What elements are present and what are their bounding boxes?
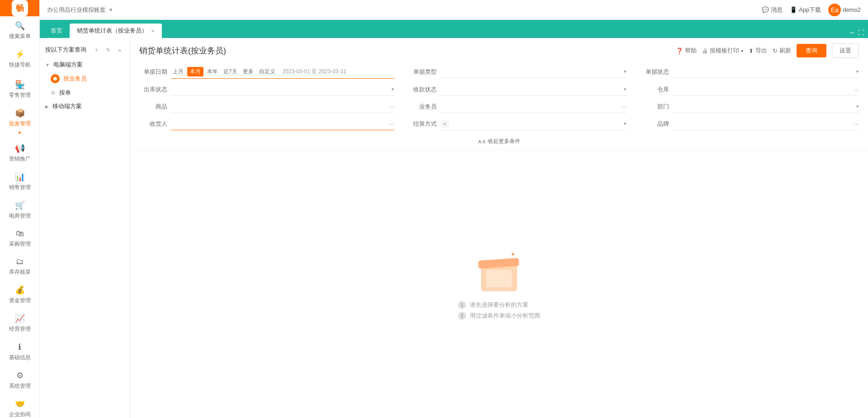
- date-tab-7days[interactable]: 近7天: [222, 67, 239, 76]
- template-print-action[interactable]: 🖨 按模板打印 ▾: [702, 47, 743, 55]
- tab-sales-stat[interactable]: 销货单统计表（按业务员） ✕: [70, 24, 162, 38]
- tab-expand-icon[interactable]: ⛶: [858, 29, 864, 36]
- hint-num-2: 2: [458, 312, 466, 320]
- settle-tag-close[interactable]: ×: [443, 121, 446, 127]
- tab-close-icon[interactable]: ✕: [151, 28, 155, 33]
- print-icon: 🖨: [702, 48, 708, 54]
- sidebar-item-quick-nav[interactable]: ⚡ 快捷导航: [0, 45, 40, 73]
- sidebar-item-ecommerce[interactable]: 🛒 电商管理: [0, 196, 40, 224]
- consignee-control[interactable]: ···: [171, 118, 394, 130]
- page-header: 销货单统计表(按业务员) ❓ 帮助 🖨 按模板打印 ▾ ⬆ 导出: [130, 38, 868, 62]
- date-tab-more[interactable]: 更多: [241, 67, 255, 76]
- date-tab-this-month[interactable]: 本月: [187, 67, 203, 76]
- query-button[interactable]: 查询: [797, 44, 826, 57]
- recv-status-control[interactable]: ▾: [440, 83, 627, 96]
- tree-item-desktop[interactable]: ▼ 电脑端方案: [40, 58, 130, 71]
- out-status-label: 出库状态: [139, 86, 171, 94]
- doc-type-control[interactable]: ▾: [440, 66, 627, 78]
- export-action[interactable]: ⬆ 导出: [749, 47, 767, 55]
- warehouse-control[interactable]: ···: [673, 83, 859, 96]
- sidebar-item-system[interactable]: ⚙ 系统管理: [0, 366, 40, 394]
- out-status-control[interactable]: ▾: [171, 83, 394, 96]
- sidebar-item-label: 搜索菜单: [9, 33, 31, 40]
- help-action[interactable]: ❓ 帮助: [676, 47, 697, 55]
- search-icon: 🔍: [15, 21, 25, 31]
- salesman-dots-icon[interactable]: ···: [621, 103, 627, 110]
- sidebar-item-inventory[interactable]: 🗂 库存核算: [0, 252, 40, 280]
- sidebar-item-label: 经营管理: [9, 325, 31, 333]
- ecommerce-icon: 🛒: [15, 200, 25, 210]
- empty-hint-2: 2 用过滤条件来缩小分析范围: [458, 312, 540, 320]
- avatar: Ea: [828, 4, 841, 16]
- date-tab-this-year[interactable]: 本年: [205, 67, 220, 76]
- dept-control[interactable]: ▾: [673, 100, 859, 113]
- sidebar-item-label: 采购管理: [9, 240, 31, 248]
- tree-item-label: 按单: [59, 89, 71, 97]
- date-tab-last-month[interactable]: 上月: [171, 67, 185, 76]
- main-area: 办公用品行业模拟账套 ▾ 💬 消息 📱 App下载 Ea demo2 首页: [40, 0, 868, 418]
- tree-collapsed-icon: ▶: [45, 104, 49, 109]
- sidebar-item-wholesale[interactable]: 📦 批发管理 ▲: [0, 104, 40, 139]
- tree-expand-icon: ▼: [45, 62, 50, 67]
- tab-minimize-icon[interactable]: ─: [850, 29, 854, 36]
- hint-text-2: 用过滤条件来缩小分析范围: [470, 312, 540, 320]
- collapse-up-icon: ∧∧: [478, 138, 486, 145]
- svg-point-0: [53, 77, 57, 81]
- sidebar-item-label: 批发管理: [9, 120, 31, 128]
- app-download-action[interactable]: 📱 App下载: [790, 6, 821, 14]
- refresh-action[interactable]: ↻ 刷新: [773, 47, 791, 55]
- sidebar-item-finance[interactable]: 💰 资金管理: [0, 280, 40, 309]
- setting-button[interactable]: 设置: [832, 43, 859, 58]
- sidebar-item-base-info[interactable]: ℹ 基础信息: [0, 337, 40, 366]
- product-control[interactable]: ···: [171, 100, 394, 113]
- breadcrumb-dropdown-icon[interactable]: ▾: [109, 6, 113, 13]
- panel-collapse-btn[interactable]: «: [115, 45, 124, 54]
- tabbar: 首页 销货单统计表（按业务员） ✕ ─ ⛶: [40, 20, 868, 38]
- panel-header-actions: ＋ ✎ «: [92, 45, 124, 54]
- settle-method-control[interactable]: × ▾: [440, 118, 627, 130]
- help-label: 帮助: [685, 47, 697, 55]
- tree-item-mobile[interactable]: ▶ 移动端方案: [40, 100, 130, 113]
- tree-item-label: 移动端方案: [52, 102, 82, 110]
- edit-icon: ✎: [106, 47, 111, 53]
- tree-item-by-order[interactable]: ⚙ 按单: [40, 86, 130, 100]
- tree-item-by-salesman[interactable]: 按业务员: [40, 71, 130, 86]
- collapse-icon: «: [118, 47, 121, 53]
- hint-num-1: 1: [458, 301, 466, 309]
- warehouse-label: 仓库: [641, 86, 673, 94]
- brand-dots-icon[interactable]: ···: [854, 120, 859, 128]
- sidebar-item-operations[interactable]: 📈 经营管理: [0, 309, 40, 337]
- doc-status-control[interactable]: ▾: [673, 66, 859, 78]
- message-action[interactable]: 💬 消息: [762, 6, 783, 14]
- salesman-control[interactable]: ···: [440, 100, 627, 113]
- filter-row-4: 收货人 ··· 结算方式 × ▾ 品牌 ···: [139, 118, 859, 130]
- sidebar-item-purchase[interactable]: 🛍 采购管理: [0, 224, 40, 252]
- sidebar-item-sales[interactable]: 📊 销售管理: [0, 167, 40, 196]
- retail-icon: 🏪: [15, 80, 25, 90]
- user-profile-action[interactable]: Ea demo2: [828, 4, 861, 16]
- tab-home[interactable]: 首页: [43, 24, 70, 38]
- help-icon: ❓: [676, 48, 683, 54]
- wholesale-icon: 📦: [15, 108, 25, 118]
- filter-row-2: 出库状态 ▾ 收款状态 ▾ 仓库 ···: [139, 83, 859, 96]
- product-dots-icon[interactable]: ···: [389, 103, 395, 110]
- date-label: 单据日期: [139, 68, 171, 76]
- panel-add-btn[interactable]: ＋: [92, 45, 101, 54]
- filter-row-3: 商品 ··· 业务员 ··· 部门 ▾: [139, 100, 859, 113]
- sidebar-item-marketing[interactable]: 📢 营销推广: [0, 139, 40, 167]
- collapse-more-btn[interactable]: ∧∧ 收起更多条件: [139, 135, 859, 148]
- page-actions: ❓ 帮助 🖨 按模板打印 ▾ ⬆ 导出 ↻ 刷新: [676, 43, 859, 58]
- active-indicator: [51, 74, 60, 83]
- sidebar-item-search[interactable]: 🔍 搜索菜单: [0, 16, 40, 45]
- sidebar-item-collaboration[interactable]: 🤝 企业协同: [0, 394, 40, 418]
- refresh-label: 刷新: [779, 47, 791, 55]
- panel-edit-btn[interactable]: ✎: [104, 45, 113, 54]
- expand-icon: ▲: [18, 129, 22, 134]
- warehouse-dots-icon[interactable]: ···: [854, 86, 859, 93]
- date-tabs: 上月 本月 本年 近7天 更多 自定义 2023-03-01 至 2023-03…: [171, 67, 346, 76]
- sidebar-item-retail[interactable]: 🏪 零售管理: [0, 75, 40, 104]
- date-tab-custom[interactable]: 自定义: [257, 67, 277, 76]
- brand-control[interactable]: ···: [673, 118, 859, 130]
- consignee-dots-icon[interactable]: ···: [389, 120, 395, 128]
- right-content: 销货单统计表(按业务员) ❓ 帮助 🖨 按模板打印 ▾ ⬆ 导出: [130, 38, 868, 418]
